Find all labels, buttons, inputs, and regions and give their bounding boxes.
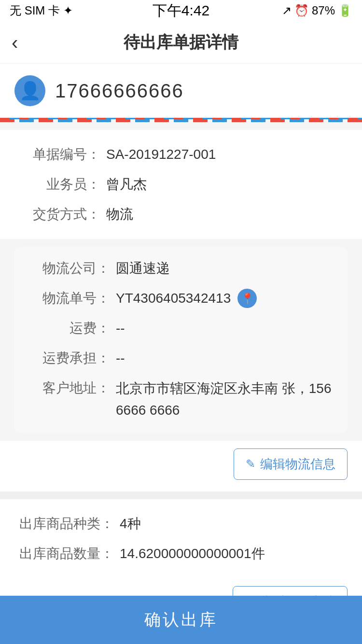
logistics-company-row: 物流公司 ： 圆通速递 [29,258,333,279]
customer-header: 👤 17666666666 [0,64,362,119]
status-right: ↗ ⏰ 87% 🔋 [282,4,352,17]
freight-bearer-value: -- [116,348,333,368]
goods-types-value: 4种 [120,514,343,534]
salesperson-value: 曾凡杰 [106,174,343,195]
goods-qty-value: 14.620000000000001件 [120,544,343,564]
gray-divider [0,491,362,499]
doc-number-row: 单据编号 ： SA-20191227-001 [19,144,343,165]
goods-qty-row: 出库商品数量 ： 14.620000000000001件 [19,544,343,564]
freight-row: 运费 ： -- [29,318,333,338]
salesperson-label: 业务员 [19,174,87,195]
freight-bearer-row: 运费承担 ： -- [29,348,333,368]
back-button[interactable]: ‹ [12,33,18,52]
edit-logistics-button[interactable]: ✎ 编辑物流信息 [234,448,348,480]
tracking-value-wrap: YT4306405342413 📍 [116,288,257,308]
tracking-row: 物流单号 ： YT4306405342413 📍 [29,288,333,308]
address-row: 客户地址 ： 北京市市辖区海淀区永丰南 张，156 6666 6666 [29,378,333,421]
logistics-company-value: 圆通速递 [116,258,333,279]
warehouse-section: 出库商品种类 ： 4种 出库商品数量 ： 14.620000000000001件 [0,499,362,578]
goods-types-label: 出库商品种类 [19,514,100,534]
dashed-separator [0,119,362,122]
tracking-label: 物流单号 [29,288,97,308]
logistics-section: 物流公司 ： 圆通速递 物流单号 ： YT4306405342413 📍 运费 … [14,247,348,433]
avatar: 👤 [14,75,45,106]
delivery-method-label: 交货方式 [19,204,87,224]
address-value: 北京市市辖区海淀区永丰南 张，156 6666 6666 [116,378,333,421]
tracking-number: YT4306405342413 [116,288,231,308]
delivery-method-value: 物流 [106,204,343,224]
goods-types-row: 出库商品种类 ： 4种 [19,514,343,534]
doc-number-value: SA-20191227-001 [106,144,343,165]
status-bar: 无 SIM 卡 ✦ 下午4:42 ↗ ⏰ 87% 🔋 [0,0,362,21]
location-icon[interactable]: 📍 [237,289,257,308]
freight-label: 运费 [29,318,97,338]
battery-icon: 🔋 [338,4,352,17]
confirm-button-label: 确认出库 [144,609,218,631]
address-label: 客户地址 [29,378,97,398]
page-title: 待出库单据详情 [124,31,238,54]
freight-value: -- [116,318,333,338]
battery-status: 87% [312,4,335,17]
status-left: 无 SIM 卡 ✦ [10,3,73,18]
edit-logistics-label: 编辑物流信息 [260,456,335,473]
sim-status: 无 SIM 卡 ✦ [10,3,73,18]
delivery-method-row: 交货方式 ： 物流 [19,204,343,224]
nav-bar: ‹ 待出库单据详情 [0,21,362,64]
confirm-bar[interactable]: 确认出库 [0,596,362,644]
logistics-company-label: 物流公司 [29,258,97,279]
goods-qty-label: 出库商品数量 [19,544,100,564]
location-icon: ↗ [282,4,292,17]
edit-logistics-wrap: ✎ 编辑物流信息 [0,441,362,491]
alarm-icon: ⏰ [294,4,309,17]
edit-icon: ✎ [246,457,255,471]
customer-phone: 17666666666 [55,80,184,102]
basic-info-section: 单据编号 ： SA-20191227-001 业务员 ： 曾凡杰 交货方式 ： … [0,130,362,239]
salesperson-row: 业务员 ： 曾凡杰 [19,174,343,195]
doc-number-label: 单据编号 [19,144,87,165]
status-time: 下午4:42 [153,1,209,21]
avatar-icon: 👤 [19,81,41,101]
freight-bearer-label: 运费承担 [29,348,97,368]
